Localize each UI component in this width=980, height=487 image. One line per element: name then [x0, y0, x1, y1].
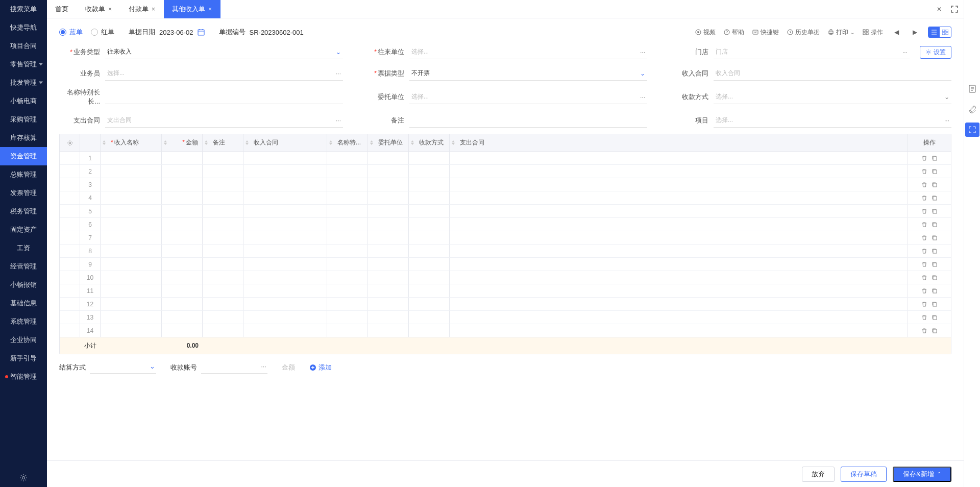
chevron-down-icon[interactable]: ⌄ [640, 70, 645, 77]
discard-button[interactable]: 放弃 [802, 467, 835, 482]
sidebar-item-3[interactable]: 零售管理 [0, 55, 47, 74]
shortcut-link[interactable]: 快捷键 [752, 28, 779, 37]
delete-row-icon[interactable] [921, 314, 927, 321]
copy-row-icon[interactable] [932, 222, 938, 228]
sidebar-item-1[interactable]: 快捷导航 [0, 18, 47, 37]
delete-row-icon[interactable] [921, 182, 927, 188]
more-icon[interactable]: ··· [261, 362, 266, 370]
save-draft-button[interactable]: 保存草稿 [841, 467, 887, 482]
sidebar-item-15[interactable]: 小畅报销 [0, 276, 47, 294]
table-row[interactable]: 12 [60, 298, 951, 311]
table-row[interactable]: 8 [60, 245, 951, 258]
chevron-down-icon[interactable]: ⌄ [336, 48, 341, 56]
more-icon[interactable]: ··· [336, 117, 341, 124]
tab-close-icon[interactable]: × [208, 6, 212, 13]
sidebar-item-13[interactable]: 工资 [0, 239, 47, 257]
field-remark[interactable]: 备注 [363, 113, 647, 128]
table-row[interactable]: 6 [60, 218, 951, 231]
delete-row-icon[interactable] [921, 208, 927, 214]
field-store[interactable]: 门店 门店··· [668, 45, 910, 59]
gear-column[interactable] [60, 134, 80, 151]
sidebar-item-11[interactable]: 税务管理 [0, 202, 47, 221]
copy-row-icon[interactable] [932, 235, 938, 241]
settle-account[interactable]: 收款账号 ··· [170, 361, 267, 374]
sidebar-item-9[interactable]: 总账管理 [0, 165, 47, 184]
copy-row-icon[interactable] [932, 168, 938, 175]
copy-row-icon[interactable] [932, 301, 938, 307]
settle-method[interactable]: 结算方式 ⌄ [59, 361, 156, 374]
col-remark[interactable]: 备注 [203, 134, 243, 151]
settle-amount[interactable]: 金额 [282, 363, 295, 372]
delete-row-icon[interactable] [921, 328, 927, 334]
calendar-icon[interactable] [198, 29, 205, 36]
field-income-contract[interactable]: 收入合同 收入合同 [668, 66, 951, 81]
sidebar-item-7[interactable]: 库存核算 [0, 129, 47, 147]
delete-row-icon[interactable] [921, 301, 927, 307]
actions-link[interactable]: 操作 [863, 28, 883, 37]
list-view-icon[interactable] [928, 27, 940, 37]
copy-row-icon[interactable] [932, 328, 938, 334]
sidebar-gear-icon[interactable] [0, 469, 47, 487]
radio-red[interactable]: 红单 [91, 28, 114, 37]
col-expend-contract[interactable]: 支出合同 [450, 134, 908, 151]
table-row[interactable]: 2 [60, 165, 951, 178]
settings-button[interactable]: 设置 [920, 46, 951, 59]
more-icon[interactable]: ··· [640, 93, 645, 101]
dock-note-icon[interactable] [965, 82, 979, 96]
delete-row-icon[interactable] [921, 195, 927, 201]
table-row[interactable]: 3 [60, 178, 951, 191]
sidebar-item-12[interactable]: 固定资产 [0, 221, 47, 239]
view-toggle[interactable] [928, 27, 951, 38]
more-icon[interactable]: ··· [640, 48, 645, 56]
col-income-name[interactable]: *收入名称 [101, 134, 162, 151]
table-row[interactable]: 1 [60, 152, 951, 165]
delete-row-icon[interactable] [921, 168, 927, 175]
field-invoice-type[interactable]: *票据类型 不开票⌄ [363, 66, 647, 81]
table-row[interactable]: 13 [60, 311, 951, 324]
copy-row-icon[interactable] [932, 248, 938, 254]
field-project[interactable]: 项目 选择...··· [668, 113, 951, 128]
sidebar-item-14[interactable]: 经营管理 [0, 257, 47, 276]
tab-3[interactable]: 其他收入单× [164, 0, 220, 18]
delete-row-icon[interactable] [921, 261, 927, 267]
sidebar-item-8[interactable]: 资金管理 [0, 147, 47, 165]
field-salesman[interactable]: 业务员 选择...··· [59, 66, 343, 81]
tab-1[interactable]: 收款单× [77, 0, 120, 18]
sidebar-item-4[interactable]: 批发管理 [0, 74, 47, 92]
field-partner[interactable]: *往来单位 选择...··· [363, 45, 647, 59]
prev-icon[interactable]: ◀ [891, 27, 901, 37]
copy-row-icon[interactable] [932, 314, 938, 321]
col-amount[interactable]: *金额 [162, 134, 203, 151]
chevron-down-icon[interactable]: ⌄ [944, 93, 949, 101]
next-icon[interactable]: ▶ [910, 27, 920, 37]
field-expend-contract[interactable]: 支出合同 支出合同··· [59, 113, 343, 128]
copy-row-icon[interactable] [932, 208, 938, 214]
delete-row-icon[interactable] [921, 275, 927, 281]
delete-row-icon[interactable] [921, 155, 927, 161]
sidebar-item-17[interactable]: 系统管理 [0, 312, 47, 331]
add-settlement-button[interactable]: 添加 [309, 363, 332, 372]
table-row[interactable]: 11 [60, 284, 951, 298]
save-new-button[interactable]: 保存&新增⌃ [893, 467, 951, 482]
delete-row-icon[interactable] [921, 288, 927, 294]
dock-attachment-icon[interactable] [965, 102, 979, 116]
tab-0[interactable]: 首页 [47, 0, 77, 18]
help-link[interactable]: 帮助 [724, 28, 744, 37]
field-longname[interactable]: 名称特别长长... [59, 88, 343, 106]
copy-row-icon[interactable] [932, 261, 938, 267]
sidebar-item-6[interactable]: 采购管理 [0, 110, 47, 129]
radio-blue[interactable]: 蓝单 [59, 28, 83, 37]
card-view-icon[interactable] [940, 27, 951, 37]
table-row[interactable]: 5 [60, 205, 951, 218]
col-entrust[interactable]: 委托单位 [368, 134, 409, 151]
tab-close-icon[interactable]: × [108, 6, 112, 13]
tab-2[interactable]: 付款单× [120, 0, 164, 18]
col-pay-method[interactable]: 收款方式 [409, 134, 450, 151]
table-row[interactable]: 9 [60, 258, 951, 271]
sidebar-item-20[interactable]: 智能管理 [0, 368, 47, 386]
table-row[interactable]: 7 [60, 231, 951, 245]
copy-row-icon[interactable] [932, 275, 938, 281]
table-row[interactable]: 10 [60, 271, 951, 284]
history-link[interactable]: 历史单据 [787, 28, 820, 37]
sidebar-item-5[interactable]: 小畅电商 [0, 92, 47, 110]
